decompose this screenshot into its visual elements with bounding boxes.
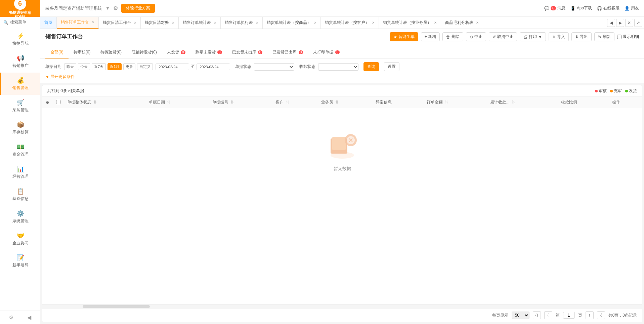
- cancel-review-action-btn[interactable]: 充审: [610, 88, 622, 94]
- table-scroll[interactable]: ⚙ 单据整体状态 ⇅ 单据日期 ⇅: [42, 97, 642, 304]
- tab-sales-stats[interactable]: 销售订单统计表 ✕: [179, 17, 221, 29]
- quick-date-today[interactable]: 今天: [78, 63, 90, 70]
- sidebar-nav-item-system[interactable]: ⚙️ 系统管理: [0, 206, 40, 228]
- filter-tab-pending-review[interactable]: 待审核(0): [69, 47, 96, 58]
- select-all-checkbox[interactable]: [56, 100, 60, 104]
- print-btn[interactable]: 🖨 打印 ▼: [520, 32, 546, 41]
- quick-date-custom[interactable]: 自定义: [137, 63, 153, 70]
- tab-sales-exec[interactable]: 销售订单执行表 ✕: [221, 17, 263, 29]
- payment-select[interactable]: [318, 63, 358, 71]
- ship-action-btn[interactable]: 发货: [625, 88, 637, 94]
- tab-cash-reconcile[interactable]: 钱货日清对账 ✕: [141, 17, 179, 29]
- tab-home[interactable]: 首页: [40, 17, 57, 29]
- filter-tab-shipped-not-out[interactable]: 已发货未出库 0: [227, 47, 268, 58]
- sidebar-nav-item-quick[interactable]: ⚡ 快捷导航: [0, 28, 40, 50]
- status-select[interactable]: [254, 63, 294, 71]
- page-size-select[interactable]: 50 10 20 100: [512, 312, 529, 319]
- quick-date-1month[interactable]: 近1月: [108, 63, 122, 70]
- tab-summary-customer-close[interactable]: ✕: [372, 21, 375, 25]
- gear-settings-icon[interactable]: ⚙: [113, 5, 118, 11]
- tab-summary-staff[interactable]: 销货单统计表（按业务员） ✕: [379, 17, 441, 29]
- filter-tab-expired[interactable]: 到期未发货 0: [190, 47, 227, 58]
- status-sort-icon[interactable]: ⇅: [93, 100, 97, 105]
- sidebar-nav-item-enterprise[interactable]: 🤝 企业协同: [0, 228, 40, 250]
- horizontal-scrollbar[interactable]: [42, 304, 642, 308]
- sidebar-nav-item-inventory[interactable]: 📦 库存核算: [0, 117, 40, 139]
- page-last-btn[interactable]: ⟩⟩: [597, 311, 605, 319]
- tab-sales-stats-close[interactable]: ✕: [214, 21, 216, 25]
- tab-summary-product[interactable]: 销货单统计表（按商品） ✕: [263, 17, 321, 29]
- number-sort-icon[interactable]: ⇅: [230, 100, 234, 105]
- smart-create-btn[interactable]: ★ 智能生单: [390, 32, 418, 41]
- tab-close-all[interactable]: ✕: [625, 19, 633, 27]
- show-detail-checkbox[interactable]: [617, 35, 621, 39]
- dropdown-icon[interactable]: ▼: [105, 6, 110, 11]
- export-btn[interactable]: ⬇ 导出: [571, 32, 592, 41]
- sidebar-nav-item-finance[interactable]: 💵 资金管理: [0, 139, 40, 161]
- collapse-icon[interactable]: ◀: [27, 314, 31, 321]
- sidebar-nav-item-guide[interactable]: 📝 新手引导: [0, 250, 40, 272]
- search-menu-btn[interactable]: 🔍 搜索菜单: [0, 17, 40, 28]
- tab-summary-product-close[interactable]: ✕: [314, 21, 316, 25]
- tab-nav-buttons: ◀ ▶ ✕ ⤢: [605, 19, 644, 27]
- quick-date-more[interactable]: 更多: [123, 63, 135, 70]
- query-btn[interactable]: 查询: [363, 62, 379, 71]
- tab-maximize[interactable]: ⤢: [634, 19, 642, 27]
- sidebar-nav-item-purchase[interactable]: 🛒 采购管理: [0, 95, 40, 117]
- solution-btn[interactable]: 体验行业方案: [121, 4, 155, 13]
- page-prev-btn[interactable]: ⟨: [544, 311, 552, 319]
- show-detail-checkbox-label[interactable]: 显示明细: [617, 34, 639, 40]
- amount-sort-icon[interactable]: ⇅: [445, 100, 448, 105]
- column-settings-icon[interactable]: ⚙: [46, 100, 49, 105]
- sidebar-nav-item-marketing[interactable]: 📢 营销推广: [0, 50, 40, 73]
- tab-cash-daily-close[interactable]: ✕: [134, 21, 136, 25]
- date-to-input[interactable]: [197, 64, 230, 70]
- filter-tab-all[interactable]: 全部(0): [45, 47, 69, 58]
- filter-tab-wangpu[interactable]: 旺铺待发货(0): [127, 47, 162, 58]
- quick-date-yesterday[interactable]: 昨天: [64, 63, 76, 70]
- settings-btn[interactable]: 设置: [384, 62, 399, 71]
- page-first-btn[interactable]: ⟨⟨: [533, 311, 541, 319]
- expand-btn[interactable]: ▼ 展开更多条件: [45, 74, 639, 80]
- sidebar-nav-item-basics[interactable]: 📋 基础信息: [0, 184, 40, 206]
- messages-btn[interactable]: 💬 6 消息: [544, 5, 565, 11]
- refresh-btn[interactable]: ↻ 刷新: [594, 32, 614, 41]
- user-btn[interactable]: 👤 用友: [625, 5, 639, 11]
- filter-tab-not-shipped[interactable]: 未发货 0: [162, 47, 190, 58]
- cancel-stop-btn[interactable]: ↺ 取消中止: [489, 32, 517, 41]
- customer-sort-icon[interactable]: ⇅: [286, 100, 289, 105]
- quick-date-7days[interactable]: 近7天: [92, 63, 106, 70]
- import-btn[interactable]: ⬆ 导入: [549, 32, 569, 41]
- tab-cash-daily[interactable]: 钱货日清工作台 ✕: [99, 17, 141, 29]
- date-sort-icon[interactable]: ⇅: [167, 100, 170, 105]
- date-from-input[interactable]: [156, 64, 189, 70]
- empty-text: 暂无数据: [334, 166, 351, 172]
- tab-summary-staff-close[interactable]: ✕: [434, 21, 437, 25]
- filter-tab-pending-inspect[interactable]: 待拣验货(0): [95, 47, 127, 58]
- staff-sort-icon[interactable]: ⇅: [335, 100, 339, 105]
- tab-sales-workbench-close[interactable]: ✕: [92, 21, 94, 24]
- tab-sales-workbench-label: 销售订单工作台: [61, 19, 89, 25]
- sidebar-nav-item-sales[interactable]: 💰 销售管理: [0, 73, 40, 95]
- tab-sales-workbench[interactable]: 销售订单工作台 ✕: [57, 17, 99, 29]
- stop-btn[interactable]: ⊙ 中止: [466, 32, 486, 41]
- filter-tab-not-printed[interactable]: 未打印单据 0: [308, 47, 345, 58]
- page-number-input[interactable]: [563, 312, 575, 319]
- app-download-btn[interactable]: 📱 App下载: [570, 5, 592, 11]
- tab-cash-reconcile-close[interactable]: ✕: [172, 21, 174, 25]
- tab-sales-exec-close[interactable]: ✕: [256, 21, 258, 25]
- settings-icon[interactable]: ⚙: [9, 314, 13, 321]
- delete-btn[interactable]: 🗑 删除: [442, 32, 463, 41]
- sidebar-nav-item-operations[interactable]: 📊 经营管理: [0, 161, 40, 184]
- review-action-btn[interactable]: 审核: [595, 88, 607, 94]
- tab-summary-customer[interactable]: 销货单统计表（按客户） ✕: [321, 17, 379, 29]
- online-service-btn[interactable]: 🎧 在线客服: [597, 5, 619, 11]
- tab-gross-profit[interactable]: 商品毛利分析表 ✕: [441, 17, 483, 29]
- page-next-btn[interactable]: ⟩: [586, 311, 594, 319]
- tab-gross-profit-close[interactable]: ✕: [476, 21, 479, 25]
- tab-scroll-right[interactable]: ▶: [616, 19, 624, 27]
- add-btn[interactable]: + 新增: [421, 32, 440, 41]
- collected-sort-icon[interactable]: ⇅: [512, 100, 515, 105]
- filter-tab-shipped-out[interactable]: 已发货已出库 0: [267, 47, 308, 58]
- tab-scroll-left[interactable]: ◀: [607, 19, 615, 27]
